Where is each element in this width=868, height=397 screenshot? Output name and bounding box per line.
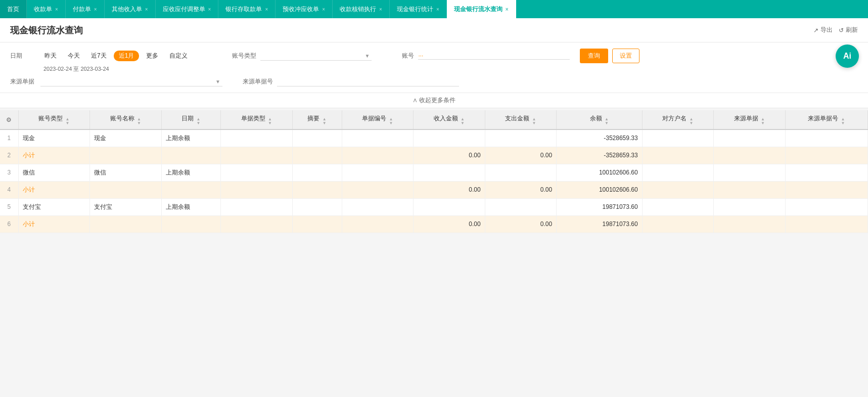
col-voucher-type[interactable]: 单据类型 ▲▼ (221, 110, 293, 129)
filter-row-2: 来源单据 ▼ 来源单据号 (10, 77, 858, 86)
cell-account-type: 小计 (18, 215, 90, 233)
cell-date (161, 147, 221, 164)
col-summary[interactable]: 摘要 ▲▼ (292, 110, 342, 129)
account-input[interactable] (425, 52, 557, 59)
close-icon[interactable]: × (322, 7, 325, 12)
account-type-select[interactable]: 现金 微信 支付宝 (260, 51, 372, 61)
nav-tab-7[interactable]: 现金银行统计 × (390, 0, 447, 18)
close-icon[interactable]: × (208, 7, 211, 12)
cell-source-voucher-no (785, 147, 867, 164)
cell-account-type: 支付宝 (18, 198, 90, 215)
collapse-bar[interactable]: ∧ 收起更多条件 (0, 93, 868, 108)
ai-badge[interactable]: Ai (836, 45, 859, 68)
query-button[interactable]: 查询 (580, 49, 608, 63)
data-table: ⚙ 账号类型 ▲▼ 账号名称 ▲▼ 日期 ▲▼ 单据类型 ▲▼ (0, 110, 868, 233)
cell-account-name (90, 181, 162, 198)
row-num: 1 (0, 129, 18, 147)
table-row[interactable]: 4 小计 0.00 0.00 100102606.60 (0, 181, 868, 198)
sort-icon: ▲▼ (532, 117, 536, 125)
cell-summary (292, 215, 342, 233)
nav-tab-5[interactable]: 预收冲应收单 × (276, 0, 333, 18)
close-icon[interactable]: × (55, 7, 58, 12)
cell-balance: 19871073.60 (557, 215, 643, 233)
col-expense[interactable]: 支出金额 ▲▼ (485, 110, 557, 129)
col-voucher-no[interactable]: 单据编号 ▲▼ (342, 110, 414, 129)
export-button[interactable]: ↗ 导出 (813, 26, 833, 34)
cell-date: 上期余额 (161, 129, 221, 147)
col-balance[interactable]: 余额 ▲▼ (557, 110, 643, 129)
refresh-icon: ↺ (839, 27, 844, 34)
date-opt-custom[interactable]: 自定义 (165, 51, 192, 61)
account-input-area: ··· (418, 52, 570, 60)
cell-voucher-type (221, 181, 293, 198)
header-actions: ↗ 导出 ↺ 刷新 (813, 26, 858, 34)
account-type-select-wrapper: 现金 微信 支付宝 ▼ (260, 51, 372, 61)
nav-tab-1[interactable]: 付款单 × (66, 0, 105, 18)
col-gear: ⚙ (0, 110, 18, 129)
nav-tab-6[interactable]: 收款核销执行 × (333, 0, 390, 18)
nav-tab-0[interactable]: 收款单 × (27, 0, 66, 18)
date-opt-today[interactable]: 今天 (64, 51, 84, 61)
account-dots-icon[interactable]: ··· (418, 52, 423, 59)
cell-source-voucher-no (785, 129, 867, 147)
cell-voucher-no (342, 164, 414, 181)
nav-home[interactable]: 首页 (0, 0, 27, 18)
date-options: 昨天 今天 近7天 近1月 更多 自定义 (40, 51, 192, 61)
cell-date (161, 181, 221, 198)
cell-voucher-type (221, 215, 293, 233)
close-icon[interactable]: × (94, 7, 97, 12)
cell-counterparty (642, 215, 714, 233)
cell-balance: -3528659.33 (557, 129, 643, 147)
cell-counterparty (642, 164, 714, 181)
table-row[interactable]: 5 支付宝 支付宝 上期余额 19871073.60 (0, 198, 868, 215)
refresh-button[interactable]: ↺ 刷新 (839, 26, 858, 34)
cell-balance: -3528659.33 (557, 147, 643, 164)
table-row[interactable]: 2 小计 0.00 0.00 -3528659.33 (0, 147, 868, 164)
table-row[interactable]: 6 小计 0.00 0.00 19871073.60 (0, 215, 868, 233)
cell-voucher-type (221, 147, 293, 164)
col-account-name[interactable]: 账号名称 ▲▼ (90, 110, 162, 129)
source-voucher-select[interactable] (40, 77, 212, 86)
cell-source-voucher (714, 181, 786, 198)
source-voucher-no-input[interactable] (277, 77, 459, 86)
settings-button[interactable]: 设置 (612, 49, 639, 63)
cell-source-voucher (714, 164, 786, 181)
cell-income: 0.00 (414, 181, 485, 198)
nav-tab-4[interactable]: 银行存取款单 × (218, 0, 276, 18)
row-num: 4 (0, 181, 18, 198)
cell-voucher-type (221, 198, 293, 215)
date-opt-more[interactable]: 更多 (142, 51, 162, 61)
cell-source-voucher-no (785, 181, 867, 198)
nav-tab-2[interactable]: 其他收入单 × (105, 0, 156, 18)
nav-tab-3[interactable]: 应收应付调整单 × (156, 0, 219, 18)
cell-account-name: 现金 (90, 129, 162, 147)
sort-icon: ▲▼ (761, 117, 765, 125)
col-income[interactable]: 收入金额 ▲▼ (414, 110, 485, 129)
cell-source-voucher (714, 215, 786, 233)
nav-tab-8[interactable]: 现金银行流水查询 × (447, 0, 516, 18)
cell-balance: 19871073.60 (557, 198, 643, 215)
close-icon[interactable]: × (379, 7, 382, 12)
close-icon[interactable]: × (145, 7, 148, 12)
table-row[interactable]: 3 微信 微信 上期余额 100102606.60 (0, 164, 868, 181)
gear-icon[interactable]: ⚙ (6, 116, 12, 123)
col-source-voucher-no[interactable]: 来源单据号 ▲▼ (785, 110, 867, 129)
cell-summary (292, 181, 342, 198)
table-row[interactable]: 1 现金 现金 上期余额 -3528659.33 (0, 129, 868, 147)
col-date[interactable]: 日期 ▲▼ (161, 110, 221, 129)
cell-expense: 0.00 (485, 147, 557, 164)
date-opt-7days[interactable]: 近7天 (87, 51, 111, 61)
cell-voucher-no (342, 181, 414, 198)
col-source-voucher[interactable]: 来源单据 ▲▼ (714, 110, 786, 129)
date-opt-1month[interactable]: 近1月 (114, 51, 140, 61)
col-counterparty[interactable]: 对方户名 ▲▼ (642, 110, 714, 129)
row-num: 3 (0, 164, 18, 181)
close-icon[interactable]: × (506, 7, 509, 12)
row-num: 2 (0, 147, 18, 164)
close-icon[interactable]: × (265, 7, 268, 12)
close-icon[interactable]: × (436, 7, 439, 12)
date-opt-yesterday[interactable]: 昨天 (40, 51, 61, 61)
filter-row-1: 日期 昨天 今天 近7天 近1月 更多 自定义 账号类型 现金 微信 支付宝 ▼… (10, 49, 858, 63)
cell-source-voucher (714, 129, 786, 147)
col-account-type[interactable]: 账号类型 ▲▼ (18, 110, 90, 129)
